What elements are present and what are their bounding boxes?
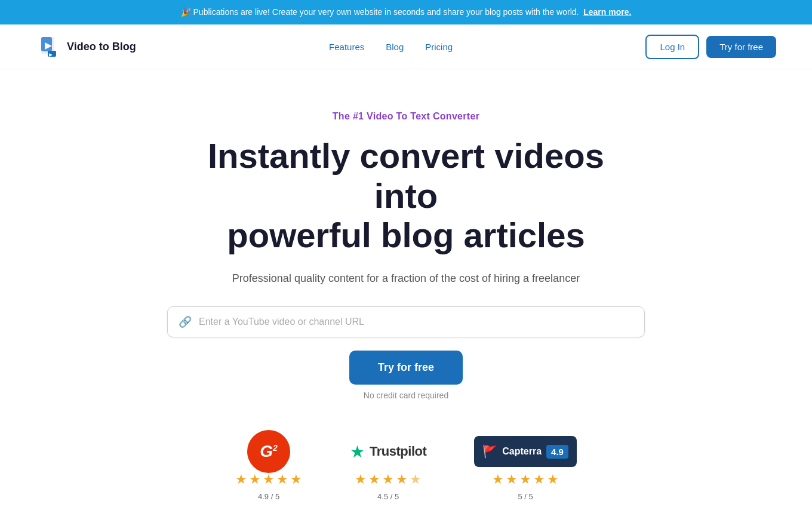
navbar: ▶ Video to Blog Features Blog Pricing Lo… xyxy=(0,24,812,69)
banner-link[interactable]: Learn more. xyxy=(583,7,631,17)
ratings-row: G2 ★ ★ ★ ★ ★ 4.9 / 5 ★ Trustpilot ★ ★ ★ xyxy=(235,436,577,513)
trustpilot-star-icon: ★ xyxy=(350,442,365,462)
url-input[interactable] xyxy=(199,317,633,327)
hero-description: Professional quality content for a fract… xyxy=(232,272,580,285)
g2-badge: G2 xyxy=(247,430,290,473)
capterra-stars: ★ ★ ★ ★ ★ xyxy=(492,472,559,487)
url-input-wrapper: 🔗 xyxy=(167,306,645,337)
capterra-text: Capterra xyxy=(502,446,542,457)
capterra-badge: 🚩 Capterra 4.9 xyxy=(474,436,577,467)
g2-stars: ★ ★ ★ ★ ★ xyxy=(235,472,302,487)
logo-text: Video to Blog xyxy=(67,41,136,53)
nav-links: Features Blog Pricing xyxy=(329,42,453,52)
capterra-rating: 🚩 Capterra 4.9 ★ ★ ★ ★ ★ 5 / 5 xyxy=(474,436,577,501)
no-credit-text: No credit card required xyxy=(364,391,448,400)
nav-logo[interactable]: ▶ Video to Blog xyxy=(36,34,136,59)
capterra-flag-icon: 🚩 xyxy=(482,444,497,459)
link-icon: 🔗 xyxy=(179,315,192,328)
capterra-score-badge: 4.9 xyxy=(546,445,568,459)
hero-title-line1: Instantly convert videos into xyxy=(208,136,604,215)
g2-text: G2 xyxy=(260,442,278,461)
trustpilot-logo: ★ Trustpilot xyxy=(350,436,426,467)
trustpilot-stars: ★ ★ ★ ★ ★ xyxy=(355,472,422,487)
trustpilot-rating: ★ Trustpilot ★ ★ ★ ★ ★ 4.5 / 5 xyxy=(350,436,426,501)
hero-cta-button[interactable]: Try for free xyxy=(349,351,463,385)
banner-text: 🎉 Publications are live! Create your ver… xyxy=(181,7,579,17)
trustpilot-text: Trustpilot xyxy=(370,444,426,459)
nav-try-free-button[interactable]: Try for free xyxy=(706,36,776,58)
top-banner: 🎉 Publications are live! Create your ver… xyxy=(0,0,812,24)
capterra-score: 5 / 5 xyxy=(518,492,533,501)
g2-rating: G2 ★ ★ ★ ★ ★ 4.9 / 5 xyxy=(235,436,302,501)
hero-subtitle: The #1 Video To Text Converter xyxy=(333,111,479,122)
hero-title-line2: powerful blog articles xyxy=(227,216,585,254)
nav-actions: Log In Try for free xyxy=(645,35,776,59)
nav-link-blog[interactable]: Blog xyxy=(386,42,404,52)
nav-link-pricing[interactable]: Pricing xyxy=(425,42,453,52)
capterra-logo: 🚩 Capterra 4.9 xyxy=(474,436,577,467)
g2-logo: G2 xyxy=(247,436,290,467)
nav-link-features[interactable]: Features xyxy=(329,42,364,52)
login-button[interactable]: Log In xyxy=(645,35,699,59)
trustpilot-score: 4.5 / 5 xyxy=(377,492,399,501)
logo-icon: ▶ xyxy=(36,34,61,59)
g2-score: 4.9 / 5 xyxy=(258,492,279,501)
hero-title: Instantly convert videos into powerful b… xyxy=(173,136,639,256)
hero-section: The #1 Video To Text Converter Instantly… xyxy=(0,69,812,513)
